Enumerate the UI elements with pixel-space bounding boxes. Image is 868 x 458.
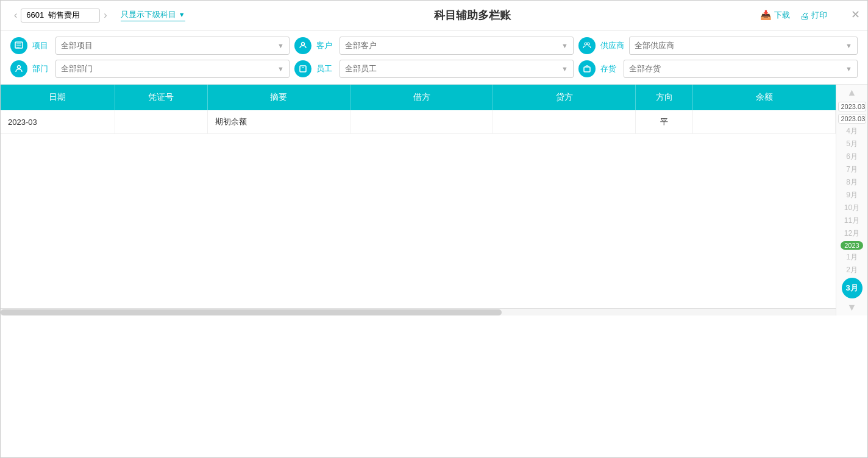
- table-header-row: 日期 凭证号 摘要 借方 贷方 方向 余额: [1, 85, 836, 110]
- table-row: 2023-03 期初余额 平: [1, 110, 836, 134]
- inventory-arrow-icon: ▼: [845, 65, 852, 72]
- inventory-icon: [578, 60, 596, 77]
- cell-summary: 期初余额: [207, 110, 350, 134]
- timeline-month-11[interactable]: 11月: [836, 214, 867, 227]
- employee-label: 员工: [316, 63, 335, 74]
- svg-rect-10: [584, 67, 590, 72]
- filter-department: 部门 全部部门 ▼: [10, 60, 290, 78]
- prev-account-button[interactable]: ‹: [10, 9, 21, 22]
- header-bar: ‹ › 只显示下级科目 ▼ 科目辅助多栏账 📥 下载 🖨 打印: [1, 1, 867, 30]
- timeline-month-5[interactable]: 5月: [836, 138, 867, 150]
- filter-inventory: 存货 全部存货 ▼: [578, 60, 858, 78]
- customer-value: 全部客户: [345, 40, 377, 51]
- employee-icon: [294, 60, 311, 77]
- data-table: 日期 凭证号 摘要 借方 贷方 方向 余额 2023-03: [1, 85, 836, 134]
- department-label: 部门: [32, 63, 51, 74]
- employee-arrow-icon: ▼: [561, 65, 568, 72]
- account-code-area: [21, 9, 100, 23]
- timeline-month-10[interactable]: 10月: [836, 202, 867, 214]
- supplier-value: 全部供应商: [635, 40, 674, 51]
- account-code-input[interactable]: [21, 9, 100, 23]
- supplier-arrow-icon: ▼: [845, 42, 852, 49]
- customer-arrow-icon: ▼: [561, 42, 568, 49]
- timeline-year-badge[interactable]: 2023: [841, 241, 863, 250]
- timeline-month-7[interactable]: 7月: [836, 163, 867, 176]
- cell-direction: 平: [636, 110, 693, 134]
- cell-credit: [493, 110, 636, 134]
- filter-project: 项目 全部项目 ▼: [10, 37, 290, 55]
- timeline-down-button[interactable]: ▼: [847, 300, 857, 315]
- col-debit: 借方: [350, 85, 493, 110]
- page-title: 科目辅助多栏账: [185, 8, 760, 23]
- timeline-panel: ▲ 2023.03 2023.03 4月 5月 6月 7月 8月 9月 10月 …: [836, 85, 867, 315]
- timeline-date-1[interactable]: 2023.03: [838, 102, 866, 111]
- inventory-value: 全部存货: [629, 63, 661, 74]
- horizontal-scrollbar[interactable]: [1, 308, 836, 315]
- print-icon: 🖨: [800, 10, 809, 21]
- project-value: 全部项目: [61, 40, 93, 51]
- cell-debit: [350, 110, 493, 134]
- project-arrow-icon: ▼: [277, 42, 284, 49]
- show-sub-label: 只显示下级科目: [121, 9, 176, 20]
- timeline-month-12[interactable]: 12月: [836, 227, 867, 240]
- customer-icon: [294, 37, 311, 54]
- download-icon: 📥: [760, 10, 772, 21]
- employee-value: 全部员工: [345, 63, 377, 74]
- filter-supplier: 供应商 全部供应商 ▼: [578, 37, 858, 55]
- timeline-month-1[interactable]: 1月: [836, 251, 867, 264]
- customer-select[interactable]: 全部客户 ▼: [340, 37, 574, 55]
- department-arrow-icon: ▼: [277, 65, 284, 72]
- col-direction: 方向: [636, 85, 693, 110]
- main-window: ✕ ‹ › 只显示下级科目 ▼ 科目辅助多栏账 📥 下载 🖨 打印: [0, 0, 868, 458]
- show-sub-arrow-icon: ▼: [179, 11, 185, 18]
- cell-voucher: [115, 110, 207, 134]
- department-select[interactable]: 全部部门 ▼: [55, 60, 290, 78]
- cell-date: 2023-03: [1, 110, 115, 134]
- filter-bar: 项目 全部项目 ▼ 客户 全部客户 ▼ 供应商 全部供应商 ▼: [1, 30, 867, 85]
- supplier-label: 供应商: [600, 40, 624, 51]
- filter-customer: 客户 全部客户 ▼: [294, 37, 574, 55]
- inventory-select[interactable]: 全部存货 ▼: [624, 60, 858, 78]
- filter-employee: 员工 全部员工 ▼: [294, 60, 574, 78]
- show-sub-toggle[interactable]: 只显示下级科目 ▼: [121, 9, 185, 21]
- action-buttons: 📥 下载 🖨 打印: [760, 10, 827, 21]
- supplier-icon: [578, 37, 596, 54]
- svg-point-4: [302, 43, 305, 46]
- svg-rect-8: [300, 66, 306, 72]
- customer-label: 客户: [316, 40, 335, 51]
- employee-select[interactable]: 全部员工 ▼: [340, 60, 574, 78]
- scrollbar-thumb[interactable]: [1, 309, 502, 315]
- col-date: 日期: [1, 85, 115, 110]
- project-select[interactable]: 全部项目 ▼: [55, 37, 290, 55]
- print-label: 打印: [811, 10, 827, 21]
- svg-point-6: [587, 43, 589, 45]
- col-credit: 贷方: [493, 85, 636, 110]
- close-button[interactable]: ✕: [851, 8, 860, 21]
- department-icon: [10, 60, 27, 77]
- print-button[interactable]: 🖨 打印: [800, 10, 827, 21]
- project-icon: [10, 37, 27, 54]
- timeline-month-6[interactable]: 6月: [836, 150, 867, 163]
- svg-point-7: [18, 66, 21, 69]
- next-account-button[interactable]: ›: [100, 9, 110, 22]
- department-value: 全部部门: [61, 63, 93, 74]
- cell-balance: [692, 110, 835, 134]
- timeline-month-9[interactable]: 9月: [836, 189, 867, 202]
- col-balance: 余额: [692, 85, 835, 110]
- timeline-month-4[interactable]: 4月: [836, 125, 867, 138]
- col-voucher: 凭证号: [115, 85, 207, 110]
- project-label: 项目: [32, 40, 51, 51]
- download-label: 下载: [774, 10, 790, 21]
- download-button[interactable]: 📥 下载: [760, 10, 790, 21]
- timeline-month-8[interactable]: 8月: [836, 176, 867, 189]
- table-area: 日期 凭证号 摘要 借方 贷方 方向 余额 2023-03: [1, 85, 836, 315]
- col-summary: 摘要: [207, 85, 350, 110]
- timeline-month-2[interactable]: 2月: [836, 264, 867, 277]
- timeline-date-2[interactable]: 2023.03: [838, 114, 866, 124]
- timeline-active-month[interactable]: 3月: [842, 278, 863, 298]
- timeline-up-button[interactable]: ▲: [847, 85, 857, 100]
- inventory-label: 存货: [600, 63, 619, 74]
- table-scroll-area[interactable]: 日期 凭证号 摘要 借方 贷方 方向 余额 2023-03: [1, 85, 836, 308]
- supplier-select[interactable]: 全部供应商 ▼: [629, 37, 858, 55]
